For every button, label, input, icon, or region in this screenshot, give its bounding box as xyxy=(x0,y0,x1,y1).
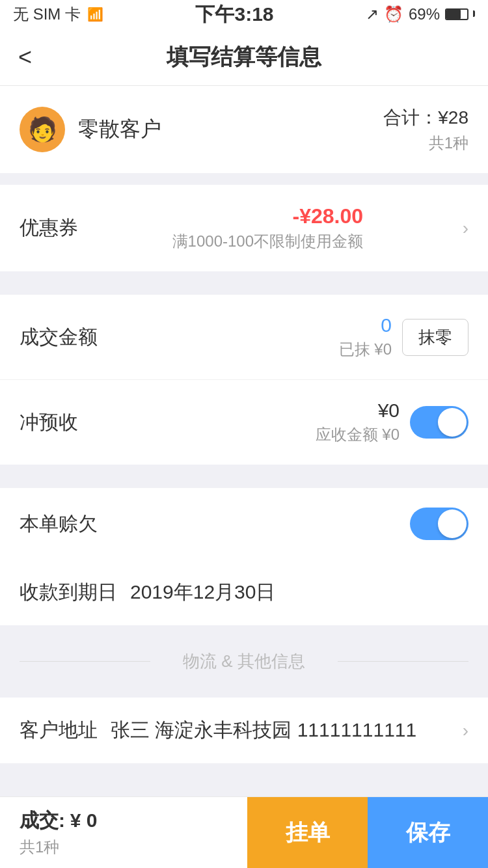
alarm-icon: ⏰ xyxy=(384,5,403,23)
battery-icon xyxy=(445,8,468,20)
avatar: 🧑 xyxy=(20,107,65,152)
due-date-value: 2019年12月30日 xyxy=(130,579,275,606)
deal-section: 成交金额 0 已抹 ¥0 抹零 冲预收 ¥0 应收金额 ¥0 xyxy=(0,295,488,465)
prepay-toggle[interactable] xyxy=(410,406,468,439)
bottom-deal-label: 成交: ¥ 0 xyxy=(20,807,228,834)
debit-toggle[interactable] xyxy=(410,508,468,540)
due-date-row: 收款到期日 2019年12月30日 xyxy=(0,560,488,625)
prepay-label: 冲预收 xyxy=(20,409,78,436)
divider-line-left xyxy=(20,661,150,662)
bottom-bar: 成交: ¥ 0 共1种 挂单 保存 xyxy=(0,796,488,868)
section-divider-4 xyxy=(0,686,488,698)
coupon-description: 满1000-100不限制使用金额 xyxy=(172,231,363,252)
debit-label: 本单赊欠 xyxy=(20,511,98,537)
due-date-label: 收款到期日 xyxy=(20,579,117,606)
logistics-section-header: 物流 & 其他信息 xyxy=(0,637,488,686)
deal-rounded: 已抹 ¥0 xyxy=(339,339,392,360)
customer-name: 零散客户 xyxy=(78,115,161,144)
coupon-row[interactable]: 优惠券 -¥28.00 满1000-100不限制使用金额 › xyxy=(0,185,488,271)
status-carrier: 无 SIM 卡 📶 xyxy=(13,4,103,25)
save-button[interactable]: 保存 xyxy=(368,797,488,869)
status-time: 下午3:18 xyxy=(195,1,273,28)
address-row[interactable]: 客户地址 张三 海淀永丰科技园 11111111111 › xyxy=(0,698,488,763)
main-content: 🧑 零散客户 合计：¥28 共1种 优惠券 -¥28.00 满1000-100不… xyxy=(0,86,488,853)
battery-text: 69% xyxy=(409,5,440,23)
status-bar: 无 SIM 卡 📶 下午3:18 ↗ ⏰ 69% xyxy=(0,0,488,29)
section-divider-1 xyxy=(0,283,488,295)
avatar-icon: 🧑 xyxy=(28,116,57,143)
prepay-row: 冲预收 ¥0 应收金额 ¥0 xyxy=(0,380,488,465)
logistics-label: 物流 & 其他信息 xyxy=(183,650,305,673)
total-count: 共1种 xyxy=(383,133,468,154)
address-value: 张三 海淀永丰科技园 11111111111 xyxy=(111,717,456,744)
battery-tip xyxy=(473,10,475,17)
address-label: 客户地址 xyxy=(20,717,98,744)
deal-label: 成交金额 xyxy=(20,324,98,351)
section-divider-5 xyxy=(0,763,488,775)
total-label: 合计：¥28 xyxy=(383,105,468,130)
coupon-label: 优惠券 xyxy=(20,215,78,241)
bottom-deal-text: 成交: xyxy=(20,809,65,831)
deal-amount-row: 成交金额 0 已抹 ¥0 抹零 xyxy=(0,295,488,380)
section-divider-2 xyxy=(0,476,488,488)
divider-line-right xyxy=(338,661,468,662)
hold-button[interactable]: 挂单 xyxy=(247,797,368,869)
coupon-chevron-icon: › xyxy=(463,218,468,239)
round-zero-button[interactable]: 抹零 xyxy=(402,319,468,356)
prepay-sub: 应收金额 ¥0 xyxy=(316,424,400,445)
bottom-info: 成交: ¥ 0 共1种 xyxy=(0,807,247,858)
deal-value: 0 xyxy=(339,314,392,336)
wifi-icon: 📶 xyxy=(87,7,103,22)
status-right: ↗ ⏰ 69% xyxy=(366,5,475,23)
section-divider-3 xyxy=(0,625,488,637)
coupon-discount: -¥28.00 xyxy=(172,204,363,228)
location-icon: ↗ xyxy=(366,5,379,23)
bottom-deal-value: ¥ 0 xyxy=(70,809,98,831)
address-chevron-icon: › xyxy=(463,720,468,741)
debit-row: 本单赊欠 xyxy=(0,488,488,560)
prepay-value: ¥0 xyxy=(316,400,400,422)
carrier-text: 无 SIM 卡 xyxy=(13,4,81,25)
bottom-count: 共1种 xyxy=(20,837,228,858)
page-title: 填写结算等信息 xyxy=(167,42,321,72)
back-button[interactable]: < xyxy=(18,44,32,71)
customer-row: 🧑 零散客户 合计：¥28 共1种 xyxy=(0,86,488,173)
header: < 填写结算等信息 xyxy=(0,29,488,86)
